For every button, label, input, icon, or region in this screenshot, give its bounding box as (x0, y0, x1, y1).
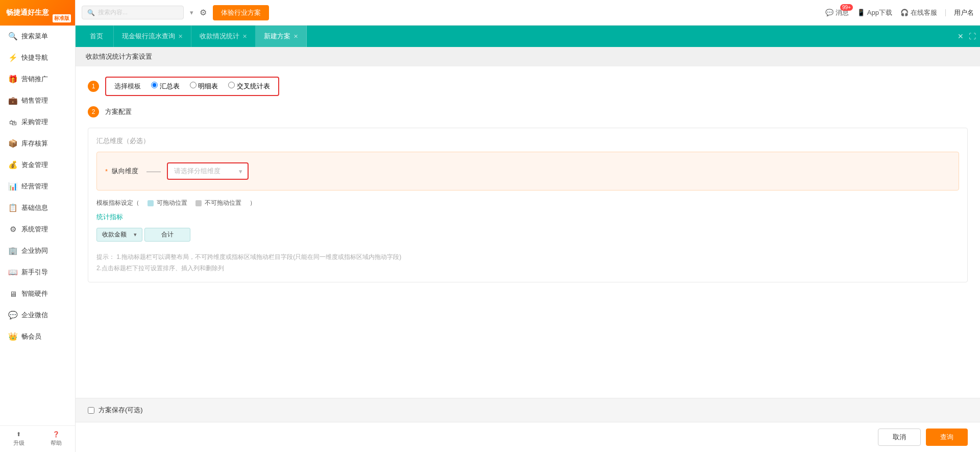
sidebar-item-purchase[interactable]: 🛍 采购管理 (0, 111, 75, 133)
download-label: App下载 (867, 8, 892, 17)
sidebar-item-guide[interactable]: 📖 新手引导 (0, 261, 75, 283)
app-download-item[interactable]: 📱 App下载 (857, 8, 892, 17)
cancel-button[interactable]: 取消 (878, 429, 921, 446)
sidebar-item-inventory[interactable]: 📦 库存核算 (0, 133, 75, 154)
tab-expand-icon[interactable]: ⛶ (969, 32, 976, 40)
breadcrumb-text: 收款情况统计方案设置 (86, 53, 152, 60)
tab-bank-flow[interactable]: 现金银行流水查询 ✕ (114, 26, 191, 47)
upgrade-icon: ⬆ (16, 431, 21, 438)
sidebar-item-search-menu[interactable]: 🔍 搜索菜单 (0, 26, 75, 47)
search-menu-icon: 🔍 (8, 32, 17, 41)
metric-tag-amount[interactable]: 收款金额 ▾ (96, 228, 142, 242)
help-label: 帮助 (51, 439, 62, 447)
step2-label: 方案配置 (105, 107, 132, 116)
sidebar-item-wechat[interactable]: 💬 企业微信 (0, 304, 75, 326)
basic-info-icon: 📋 (8, 203, 17, 212)
tab-close-all-icon[interactable]: ✕ (958, 32, 964, 40)
step1-row: 1 选择模板 汇总表 明细表 交叉统计表 (88, 77, 968, 96)
radio-summary[interactable] (151, 82, 158, 88)
save-checkbox[interactable] (88, 407, 94, 414)
dimension-title-text: 汇总维度（必选） (96, 137, 150, 145)
sidebar-label-quick-nav: 快捷导航 (21, 53, 48, 62)
sidebar-item-enterprise[interactable]: 🏢 企业协同 (0, 240, 75, 261)
radio-cross[interactable] (228, 82, 235, 88)
config-panel: 汇总维度（必选） * 纵向维度 —— 请选择分组维度 模板指标设定（ (88, 128, 968, 282)
sidebar-label-guide: 新手引导 (21, 268, 48, 277)
dropdown-arrow-icon[interactable]: ▾ (190, 9, 193, 16)
tip-2: 2.点击标题栏下拉可设置排序、插入列和删除列 (96, 263, 959, 274)
sidebar-help[interactable]: ❓ 帮助 (51, 431, 62, 447)
step2-number: 2 (88, 106, 99, 117)
metric-tag-label: 收款金额 (102, 230, 127, 239)
support-item[interactable]: 🎧 在线客服 (900, 8, 937, 17)
sidebar-item-sales[interactable]: 💼 销售管理 (0, 90, 75, 111)
sidebar-label-search-menu: 搜索菜单 (21, 32, 48, 41)
sidebar-label-basic-info: 基础信息 (21, 203, 48, 212)
search-box[interactable]: 🔍 搜索内容... (82, 6, 184, 19)
finance-icon: 💰 (8, 160, 17, 170)
logo: 畅捷通好生意 标准版 (0, 0, 75, 26)
sidebar-label-finance: 资金管理 (21, 160, 48, 170)
breadcrumb: 收款情况统计方案设置 (76, 47, 980, 66)
sidebar-item-hardware[interactable]: 🖥 智能硬件 (0, 283, 75, 304)
sidebar-item-member[interactable]: 👑 畅会员 (0, 326, 75, 347)
sidebar-label-sales: 销售管理 (21, 96, 48, 105)
tab-receipt-stats-close-icon[interactable]: ✕ (242, 33, 247, 40)
settings-suffix: ） (250, 199, 256, 207)
radio-detail[interactable] (190, 82, 197, 88)
metric-subtag-total[interactable]: 合计 (144, 228, 190, 242)
dim-type-label: 纵向维度 (112, 166, 138, 176)
metrics-title: 统计指标 (96, 212, 190, 222)
support-label: 在线客服 (911, 8, 937, 17)
sidebar-item-quick-nav[interactable]: ⚡ 快捷导航 (0, 47, 75, 68)
sidebar-bottom: ⬆ 升级 ❓ 帮助 (0, 425, 75, 452)
sidebar-label-inventory: 库存核算 (21, 139, 48, 148)
tab-new-plan-label: 新建方案 (264, 32, 290, 41)
metrics-columns: 统计指标 收款金额 ▾ 合计 (96, 212, 959, 242)
sidebar-item-system[interactable]: ⚙ 系统管理 (0, 219, 75, 240)
trial-button[interactable]: 体验行业方案 (213, 5, 269, 20)
arrow-icon: —— (146, 167, 161, 175)
tab-receipt-stats-label: 收款情况统计 (200, 32, 239, 41)
sidebar-label-operation: 经营管理 (21, 182, 48, 191)
sidebar-item-finance[interactable]: 💰 资金管理 (0, 154, 75, 176)
tab-bank-flow-close-icon[interactable]: ✕ (178, 33, 183, 40)
sidebar-item-basic-info[interactable]: 📋 基础信息 (0, 197, 75, 219)
template-selection-box: 选择模板 汇总表 明细表 交叉统计表 (105, 77, 279, 96)
search-icon: 🔍 (87, 9, 95, 16)
draggable-legend: 可拖动位置 (148, 199, 187, 207)
fixed-label: 不可拖动位置 (205, 199, 241, 207)
sidebar-upgrade[interactable]: ⬆ 升级 (13, 431, 24, 447)
template-option-detail[interactable]: 明细表 (190, 82, 218, 91)
quick-nav-icon: ⚡ (8, 53, 17, 62)
dimension-title: 汇总维度（必选） (96, 136, 959, 146)
dimension-select[interactable]: 请选择分组维度 (167, 162, 249, 180)
tips-section: 提示： 1.拖动标题栏可以调整布局，不可跨维度或指标区域拖动栏目字段(只能在同一… (96, 252, 959, 274)
template-cross-label: 交叉统计表 (237, 82, 270, 90)
metric-chevron-icon: ▾ (134, 231, 137, 238)
tab-new-plan-close-icon[interactable]: ✕ (293, 33, 298, 40)
sidebar-label-hardware: 智能硬件 (21, 289, 48, 298)
template-option-summary[interactable]: 汇总表 (151, 82, 180, 91)
tab-new-plan[interactable]: 新建方案 ✕ (256, 26, 307, 47)
sidebar-item-marketing[interactable]: 🎁 营销推广 (0, 68, 75, 90)
tab-receipt-stats[interactable]: 收款情况统计 ✕ (191, 26, 256, 47)
tab-home[interactable]: 首页 (80, 26, 114, 47)
main-area: 🔍 搜索内容... ▾ ⚙ 体验行业方案 💬 消息 99+ 📱 App下载 🎧 … (76, 0, 980, 452)
topbar-right: 💬 消息 99+ 📱 App下载 🎧 在线客服 用户名 (825, 8, 974, 17)
save-label[interactable]: 方案保存(可选) (99, 406, 143, 415)
sidebar-item-operation[interactable]: 📊 经营管理 (0, 176, 75, 197)
notification-item[interactable]: 💬 消息 99+ (825, 8, 849, 17)
metrics-column: 统计指标 收款金额 ▾ 合计 (96, 212, 190, 242)
tabbar: 首页 现金银行流水查询 ✕ 收款情况统计 ✕ 新建方案 ✕ ✕ ⛶ (76, 26, 980, 47)
logo-text: 畅捷通好生意 (6, 8, 49, 17)
required-mark: * (105, 168, 108, 175)
save-section: 方案保存(可选) (76, 398, 980, 422)
template-option-cross[interactable]: 交叉统计表 (228, 82, 270, 91)
settings-icon[interactable]: ⚙ (200, 8, 207, 17)
query-button[interactable]: 查询 (926, 429, 968, 446)
username-display[interactable]: 用户名 (954, 8, 974, 17)
metrics-legend: 模板指标设定（ 可拖动位置 不可拖动位置 ） (96, 199, 959, 207)
sales-icon: 💼 (8, 96, 17, 105)
sidebar-label-enterprise: 企业协同 (21, 246, 48, 255)
